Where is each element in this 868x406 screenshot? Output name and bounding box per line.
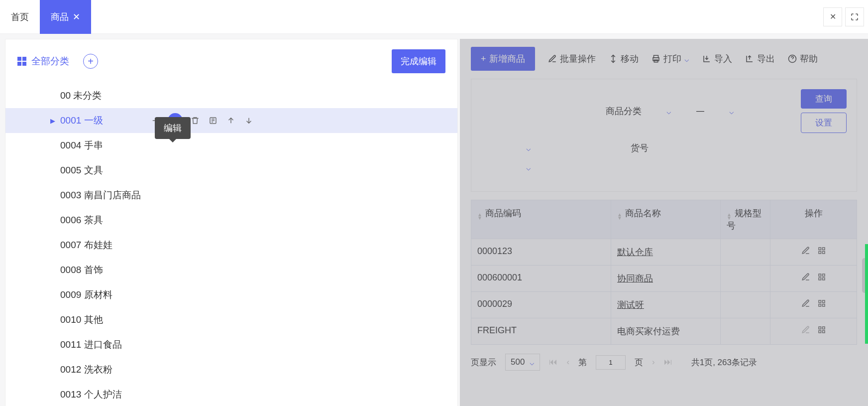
tab-home[interactable]: 首页	[0, 0, 40, 34]
product-panel: + 新增商品 批量操作 移动 打印 ⌵ 导入 导出	[460, 39, 868, 406]
tree-item[interactable]: 0008 首饰	[5, 258, 457, 282]
tree-item[interactable]: 0004 手串	[5, 133, 457, 158]
category-root[interactable]: 全部分类	[17, 55, 69, 68]
close-all-icon[interactable]: ✕	[823, 7, 842, 26]
main: 全部分类 + 完成编辑 编辑 00 未分类 ▶ 0001 一级	[0, 34, 868, 406]
category-panel: 全部分类 + 完成编辑 编辑 00 未分类 ▶ 0001 一级	[5, 39, 458, 406]
tree-item[interactable]: ▶ 0001 一级	[5, 108, 457, 133]
move-up-icon[interactable]	[225, 115, 236, 126]
add-category-button[interactable]: +	[83, 54, 98, 69]
move-down-icon[interactable]	[243, 115, 254, 126]
tree-item[interactable]: 0012 洗衣粉	[5, 357, 457, 382]
tree-item[interactable]: 0003 南昌门店商品	[5, 183, 457, 208]
category-tree[interactable]: 00 未分类 ▶ 0001 一级	[5, 83, 457, 402]
tree-item[interactable]: 0010 其他	[5, 307, 457, 332]
tree-item[interactable]: 00 未分类	[5, 83, 457, 108]
tree-item[interactable]: 0013 个人护洁	[5, 382, 457, 402]
tree-item-label: 0001 一级	[60, 114, 103, 127]
fullscreen-icon[interactable]	[845, 7, 864, 26]
tree-item[interactable]: 0009 原材料	[5, 282, 457, 307]
chevron-right-icon[interactable]: ▶	[50, 117, 55, 125]
delete-icon[interactable]	[190, 115, 201, 126]
tree-item[interactable]: 0011 进口食品	[5, 332, 457, 357]
tree-item[interactable]: 0007 布娃娃	[5, 233, 457, 258]
tag-icon[interactable]	[208, 115, 218, 126]
tree-item[interactable]: 0006 茶具	[5, 208, 457, 233]
topbar: 首页 商品 ✕ ✕	[0, 0, 868, 34]
modal-overlay[interactable]	[460, 39, 868, 406]
tree-item[interactable]: 0005 文具	[5, 158, 457, 183]
category-root-label: 全部分类	[31, 55, 69, 68]
done-edit-button[interactable]: 完成编辑	[392, 49, 445, 73]
tab-products[interactable]: 商品 ✕	[40, 0, 91, 34]
grid-icon	[17, 57, 26, 66]
close-icon[interactable]: ✕	[73, 11, 80, 22]
tab-products-label: 商品	[51, 11, 69, 23]
tooltip: 编辑	[155, 117, 191, 139]
green-strip	[865, 244, 868, 344]
